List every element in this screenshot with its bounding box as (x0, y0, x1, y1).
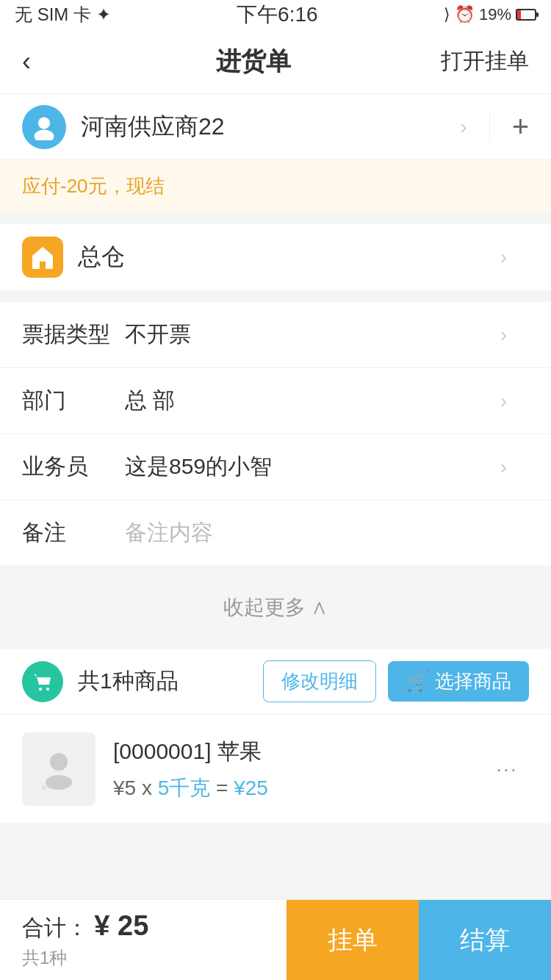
open-hang-button[interactable]: 打开挂单 (441, 46, 529, 76)
product-code: [0000001] (113, 739, 211, 763)
status-time: 下午6:16 (237, 1, 318, 29)
supplier-notice: 应付-20元，现结 (0, 160, 551, 212)
warehouse-card[interactable]: 总仓 › (0, 224, 551, 290)
collapse-button[interactable]: 收起更多 ∧ (0, 578, 551, 637)
warehouse-row[interactable]: 总仓 › (0, 224, 551, 290)
product-card: 共1种商品 修改明细 🛒 选择商品 督+ [0000001] 苹果 (0, 649, 551, 824)
supplier-row[interactable]: 河南供应商22 › + (0, 94, 551, 160)
status-left: 无 SIM 卡 ✦ (15, 3, 111, 26)
alarm-icon: ⏰ (455, 5, 475, 24)
equals-sign: = (216, 777, 234, 799)
dept-chevron-icon: › (500, 389, 507, 413)
dept-label: 部门 (22, 386, 125, 416)
invoice-type-row[interactable]: 票据类型 不开票 › (0, 302, 551, 368)
page-title: 进货单 (216, 45, 291, 79)
product-thumbnail: 督+ (22, 732, 96, 806)
svg-point-4 (50, 753, 68, 771)
battery-icon (516, 9, 536, 21)
edit-detail-button[interactable]: 修改明细 (263, 660, 376, 702)
product-name: [0000001] 苹果 (113, 737, 485, 767)
checkout-button[interactable]: 结算 (419, 900, 551, 981)
supplier-name: 河南供应商22 (81, 111, 460, 143)
product-title: 苹果 (217, 739, 262, 763)
select-label: 选择商品 (435, 669, 511, 694)
invoice-value: 不开票 (125, 320, 500, 350)
warehouse-name: 总仓 (78, 241, 500, 273)
svg-point-2 (39, 688, 42, 691)
dept-value: 总 部 (125, 386, 500, 416)
svg-text:督+: 督+ (41, 785, 51, 791)
total-section: 合计： ¥ 25 共1种 (0, 910, 287, 970)
sales-value: 这是859的小智 (125, 452, 500, 482)
sales-row[interactable]: 业务员 这是859的小智 › (0, 434, 551, 500)
svg-point-1 (35, 129, 54, 140)
product-header: 共1种商品 修改明细 🛒 选择商品 (0, 649, 551, 715)
sales-label: 业务员 (22, 452, 125, 482)
location-icon: ⟩ (444, 5, 450, 24)
total-label: 合计： (22, 915, 88, 940)
total-amount: ¥ 25 (94, 910, 148, 941)
invoice-label: 票据类型 (22, 320, 125, 350)
cart-icon (31, 670, 54, 693)
multiply-sign: x (142, 777, 158, 799)
home-icon (29, 244, 56, 270)
warehouse-icon (22, 237, 63, 278)
invoice-chevron-icon: › (500, 323, 507, 347)
person-icon (31, 114, 57, 140)
status-bar: 无 SIM 卡 ✦ 下午6:16 ⟩ ⏰ 19% (0, 0, 551, 29)
main-content: 河南供应商22 › + 应付-20元，现结 总仓 › 票据类型 不开票 › 部门… (0, 94, 551, 924)
product-info: [0000001] 苹果 ¥5 x 5千克 = ¥25 (113, 737, 485, 802)
total-sub: 共1种 (22, 946, 264, 970)
product-icon (22, 661, 63, 702)
hang-button[interactable]: 挂单 (287, 900, 419, 981)
subtotal: ¥25 (234, 777, 268, 799)
svg-point-3 (46, 688, 49, 691)
select-icon: 🛒 (406, 670, 429, 693)
form-card: 票据类型 不开票 › 部门 总 部 › 业务员 这是859的小智 › 备注 备注… (0, 302, 551, 566)
more-button[interactable]: ··· (485, 754, 529, 784)
product-count: 共1种商品 (78, 666, 263, 696)
back-button[interactable]: ‹ (22, 46, 66, 77)
product-placeholder-icon: 督+ (37, 747, 81, 791)
total-row: 合计： ¥ 25 (22, 910, 264, 943)
status-right: ⟩ ⏰ 19% (444, 5, 536, 24)
quantity: 5千克 (158, 777, 211, 799)
supplier-card: 河南供应商22 › + 应付-20元，现结 (0, 94, 551, 212)
product-price: ¥5 x 5千克 = ¥25 (113, 774, 485, 802)
svg-point-0 (38, 117, 50, 129)
divider (489, 112, 490, 142)
remark-label: 备注 (22, 518, 125, 548)
remark-input[interactable]: 备注内容 (125, 518, 529, 548)
sim-status: 无 SIM 卡 ✦ (15, 3, 111, 26)
dept-row[interactable]: 部门 总 部 › (0, 368, 551, 434)
chevron-right-icon: › (460, 115, 467, 139)
nav-bar: ‹ 进货单 打开挂单 (0, 29, 551, 94)
select-product-button[interactable]: 🛒 选择商品 (388, 661, 529, 702)
bottom-bar: 合计： ¥ 25 共1种 挂单 结算 (0, 899, 551, 980)
supplier-avatar (22, 105, 66, 149)
product-item: 督+ [0000001] 苹果 ¥5 x 5千克 = ¥25 ··· (0, 715, 551, 824)
remark-row[interactable]: 备注 备注内容 (0, 500, 551, 566)
warehouse-chevron-icon: › (500, 245, 507, 269)
sales-chevron-icon: › (500, 455, 507, 479)
add-supplier-button[interactable]: + (512, 110, 529, 143)
unit-price: ¥5 (113, 777, 136, 799)
battery-level: 19% (479, 5, 511, 24)
